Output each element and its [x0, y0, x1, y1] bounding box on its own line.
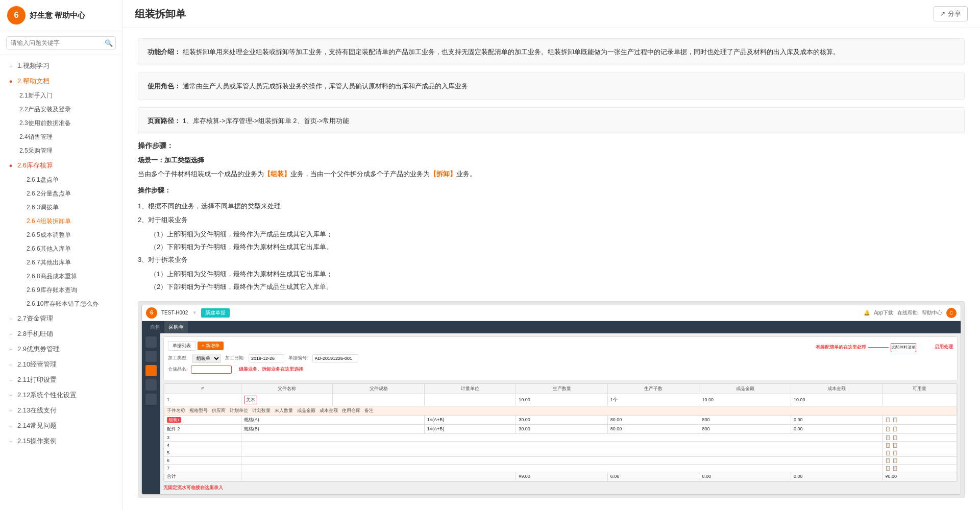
mock-left-icon-2 [145, 351, 157, 362]
sidebar-item-2-8[interactable]: ＋ 2.8手机旺铺 [0, 326, 122, 342]
sidebar-item-2-5[interactable]: 2.5采购管理 [0, 144, 122, 158]
search-bar: 🔍 [0, 31, 122, 55]
mock-label-warehouse: 仓储品名: [168, 366, 188, 373]
logo-icon: 6 [7, 6, 26, 25]
sub-step-2-2: （2）下部明细为子件明细，最终作为产成品生成其它入库单。 [150, 281, 965, 293]
sidebar-item-2-6-1[interactable]: 2.6.1盘点单 [0, 173, 122, 187]
sidebar-item-2-6-3[interactable]: 2.6.3调拨单 [0, 201, 122, 214]
mock-cell-prod-qty: 10.00 [516, 394, 608, 406]
mock-left-icon-5 [145, 394, 157, 405]
table-row-sub-2: 配件 2 规格(B) 1×(A+B) 30.00 80.00 800 0.00 … [164, 424, 957, 433]
sidebar-item-2-14[interactable]: ＋ 2.14常见问题 [0, 418, 122, 433]
step-2: 2、对于组装业务 [138, 214, 965, 226]
step-3: 3、对于拆装业务 [138, 254, 965, 265]
mock-cell-num: 1 [164, 394, 241, 406]
sidebar-item-2-6-10[interactable]: 2.6.10库存账本错了怎么办 [0, 297, 122, 311]
mock-col-sub-qty: 生产子数 [607, 383, 699, 394]
scenario1-title: 场景一：加工类型选择 [138, 156, 965, 165]
sidebar-item-2-7[interactable]: ＋ 2.7资金管理 [0, 311, 122, 326]
mock-cell-prod-amt: 10.00 [699, 394, 791, 406]
mock-warehouse-input[interactable] [191, 366, 232, 374]
sidebar-item-2-12[interactable]: ＋ 2.12系统个性化设置 [0, 387, 122, 403]
mock-cell-unit [424, 394, 516, 406]
table-row-6: 6 📋 📋 [164, 456, 957, 464]
mock-left-icon-1 [145, 336, 157, 348]
sidebar-item-2-6-7[interactable]: 2.6.7其他出库单 [0, 256, 122, 270]
sidebar-item-2-13[interactable]: ＋ 2.13在线支付 [0, 403, 122, 418]
annotation-3: 启用处理 [935, 344, 953, 349]
main-area: 组装拆卸单 ↗ 分享 功能介绍： 组装拆卸单用来处理企业组装或拆卸等加工业务，支… [122, 0, 980, 510]
sidebar-item-2-4[interactable]: 2.4销售管理 [0, 130, 122, 144]
sidebar-item-2-11[interactable]: ＋ 2.11打印设置 [0, 372, 122, 387]
main-content: 功能介绍： 组装拆卸单用来处理企业组装或拆卸等加工业务，支持有固定装配清单的产品… [122, 28, 980, 510]
path-label: 页面路径： [148, 117, 181, 125]
role-text: 通常由生产人员或库管人员完成拆装业务的操作，库管人员确认原材料的出库和产成品的入… [183, 82, 468, 90]
mock-date-input[interactable] [249, 354, 284, 362]
plus-icon-4: ＋ [7, 346, 14, 353]
plus-icon-6: ＋ [7, 376, 14, 383]
mock-left-icon-3 [145, 365, 157, 376]
table-row-sub-header: 子件名称规格型号供应商计划单位计划数量未入数量成品金额成本金额使用仓库备注 [164, 406, 957, 415]
sub-step-2-1: （1）上部明细为父件明细，最终作为原材料生成其它出库单； [150, 268, 965, 280]
mock-docno-input[interactable] [312, 354, 358, 362]
sidebar-item-1[interactable]: ＋ 1.视频学习 [0, 58, 122, 74]
table-row-7: 7 📋 📋 [164, 464, 957, 472]
sidebar-item-2-6-8[interactable]: 2.6.8商品成本重算 [0, 270, 122, 283]
share-button[interactable]: ↗ 分享 [934, 6, 968, 21]
plus-icon: ＋ [7, 62, 14, 69]
mock-tab-new[interactable]: + 新增单 [198, 342, 224, 350]
mock-cell-cost-amt: 10.00 [791, 394, 883, 406]
sidebar-item-2-9[interactable]: ＋ 2.9优惠券管理 [0, 342, 122, 357]
sidebar-item-2-10[interactable]: ＋ 2.10经营管理 [0, 357, 122, 372]
mock-cell-spec [333, 394, 425, 406]
mock-cell-sub-qty: 1个 [607, 394, 699, 406]
mock-select-type[interactable]: 组装单 拆卸单 [192, 354, 221, 363]
sidebar-item-2-6-4[interactable]: 2.6.4组装拆卸单 [0, 214, 122, 228]
mock-col-name: 父件名称 [241, 383, 333, 394]
sidebar-item-2-3[interactable]: 2.3使用前数据准备 [0, 116, 122, 130]
sidebar-item-2-6-9[interactable]: 2.6.9库存账本查询 [0, 283, 122, 297]
sidebar-item-2-1[interactable]: 2.1新手入门 [0, 89, 122, 103]
table-row-3: 3 📋 📋 [164, 433, 957, 441]
sidebar-item-2[interactable]: ● 2.帮助文档 [0, 74, 122, 89]
annotation-1: 有装配清单的在这里处理 [816, 344, 866, 351]
sidebar-item-2-6[interactable]: ● 2.6库存核算 [0, 158, 122, 173]
search-button[interactable]: 🔍 [105, 39, 113, 47]
plus-icon-10: ＋ [7, 438, 14, 445]
sidebar-item-2-6-6[interactable]: 2.6.6其他入库单 [0, 242, 122, 256]
table-row-4: 4 📋 📋 [164, 441, 957, 449]
sidebar: 6 好生意 帮助中心 🔍 ＋ 1.视频学习 ● 2.帮助文档 2.1新手入门 2… [0, 0, 122, 510]
sidebar-item-2-2[interactable]: 2.2产品安装及登录 [0, 103, 122, 116]
page-title: 组装拆卸单 [135, 7, 186, 21]
annotation-2: 组装业务、拆卸业务在这里选择 [239, 366, 303, 373]
func-intro-block: 功能介绍： 组装拆卸单用来处理企业组装或拆卸等加工业务，支持有固定装配清单的产品… [138, 38, 965, 65]
path-block: 页面路径： 1、库存核算->库存管理->组装拆卸单 2、首页->常用功能 [138, 107, 965, 134]
table-row-5: 5 📋 📋 [164, 449, 957, 456]
plus-icon-7: ＋ [7, 392, 14, 399]
sidebar-item-2-6-2[interactable]: 2.6.2分量盘点单 [0, 187, 122, 201]
mock-col-spec: 父件规格 [333, 383, 425, 394]
sidebar-item-2-6-5[interactable]: 2.6.5成本调整单 [0, 228, 122, 242]
steps-list: 1、根据不同的业务，选择不同单据的类型来处理 2、对于组装业务 （1）上部明细为… [138, 200, 965, 293]
mock-col-cost-amt: 成本金额 [791, 383, 883, 394]
mock-logo: 6 [146, 307, 157, 319]
mock-tab-list[interactable]: 单据列表 [168, 341, 195, 351]
mock-col-prod-qty: 生产数量 [516, 383, 608, 394]
sub-step-1-1: （1）上部明细为父件明细，最终作为产成品生成其它入库单； [150, 228, 965, 240]
search-input[interactable] [6, 36, 116, 50]
plus-icon-2: ＋ [7, 315, 14, 322]
mock-cell-name: 关木 [241, 394, 333, 406]
table-footer-row: 合计 ¥9.00 6.06 8.00 0.00 ¥0.00 [164, 472, 957, 481]
plus-icon-5: ＋ [7, 361, 14, 368]
sidebar-header: 6 好生意 帮助中心 [0, 0, 122, 31]
role-label: 使用角色： [148, 82, 181, 90]
sidebar-item-2-15[interactable]: ＋ 2.15操作案例 [0, 433, 122, 449]
mock-label-docno: 单据编号: [288, 355, 308, 361]
func-intro-text: 组装拆卸单用来处理企业组装或拆卸等加工业务，支持有固定装配清单的产品加工业务，也… [183, 48, 840, 56]
screenshot-container: 6 TEST-H002 ▼ 新建单据 🔔App下载在线帮助帮助中心 C 自售 [138, 301, 965, 498]
share-icon: ↗ [940, 10, 945, 17]
mock-nav-purchase: 采购单 [164, 321, 188, 333]
mock-label-type: 加工类型: [168, 355, 188, 361]
mock-new-doc-btn: 新建单据 [201, 308, 230, 318]
mock-cell-avail [883, 394, 957, 406]
